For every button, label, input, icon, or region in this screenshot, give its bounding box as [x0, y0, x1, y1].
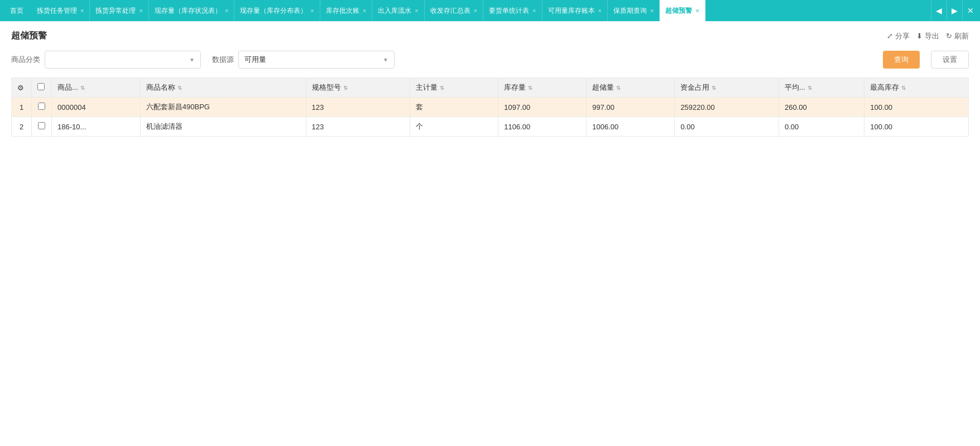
close-tab-lh-abnormal[interactable]: × [139, 7, 142, 14]
close-tab-stock-status[interactable]: × [225, 7, 228, 14]
row-spec: 123 [306, 117, 410, 137]
th-checkbox[interactable] [32, 78, 52, 98]
share-button[interactable]: ⤢ 分享 [887, 31, 910, 41]
category-label: 商品分类 [11, 55, 40, 65]
nav-home[interactable]: 首页 [2, 0, 31, 21]
th-spec[interactable]: 规格型号 ⇅ [306, 78, 410, 98]
datasource-chevron-icon: ▼ [383, 57, 388, 63]
close-tab-usable-account[interactable]: × [598, 7, 602, 14]
datasource-select-value: 可用量 [244, 55, 266, 65]
row-maxstock: 100.00 [864, 98, 969, 117]
row-index: 2 [12, 117, 32, 137]
page-container: 超储预警 ⤢ 分享 ⬇ 导出 ↻ 刷新 商品分类 ▼ 数据源 [0, 21, 980, 446]
close-tab-overstock[interactable]: × [695, 7, 699, 14]
sort-icon-spec: ⇅ [343, 85, 348, 91]
tab-lh-mgmt[interactable]: 拣货任务管理 × [31, 0, 90, 21]
filter-category: 商品分类 ▼ [11, 51, 201, 69]
row-overstock: 997.00 [587, 98, 675, 117]
tab-usable-account[interactable]: 可用量库存账本 × [542, 0, 608, 21]
header-actions: ⤢ 分享 ⬇ 导出 ↻ 刷新 [887, 31, 969, 41]
row-index: 1 [12, 98, 32, 117]
refresh-button[interactable]: ↻ 刷新 [946, 31, 969, 41]
refresh-icon: ↻ [946, 32, 952, 40]
nav-arrow-right[interactable]: ▶ [947, 0, 962, 21]
select-all-checkbox[interactable] [37, 83, 45, 90]
row-checkbox[interactable] [38, 122, 45, 129]
query-button[interactable]: 查询 [883, 51, 920, 69]
tab-collect[interactable]: 收发存汇总表 × [425, 0, 483, 21]
row-checkbox-cell[interactable] [32, 98, 52, 117]
th-maxstock[interactable]: 最高库存 ⇅ [864, 78, 969, 98]
share-icon: ⤢ [887, 32, 893, 40]
tab-stock-dist[interactable]: 现存量（库存分布表） × [234, 0, 320, 21]
row-unit: 套 [410, 98, 498, 117]
sort-icon-capital: ⇅ [712, 85, 716, 91]
close-tab-batch[interactable]: × [363, 7, 366, 14]
th-settings[interactable]: ⚙ [12, 78, 32, 98]
nav-arrow-left[interactable]: ◀ [931, 0, 947, 21]
filter-bar: 商品分类 ▼ 数据源 可用量 ▼ 查询 设置 [11, 51, 969, 69]
sort-icon-stock: ⇅ [528, 85, 532, 91]
row-checkbox-cell[interactable] [32, 117, 52, 137]
top-navigation: 首页 拣货任务管理 × 拣货异常处理 × 现存量（库存状况表） × 现存量（库存… [0, 0, 980, 21]
table-row: 1 0000004 六配套新昌490BPG 123 套 1097.00 997.… [12, 98, 969, 117]
row-maxstock: 100.00 [864, 117, 969, 137]
th-code[interactable]: 商品... ⇅ [52, 78, 141, 98]
settings-button[interactable]: 设置 [931, 51, 969, 69]
th-overstock[interactable]: 超储量 ⇅ [587, 78, 675, 98]
nav-arrows: ◀ ▶ ✕ [931, 0, 978, 21]
sort-icon-overstock: ⇅ [616, 85, 621, 91]
row-name: 六配套新昌490BPG [140, 98, 306, 117]
row-code: 186-10... [52, 117, 141, 137]
row-checkbox[interactable] [38, 103, 45, 110]
page-title: 超储预警 [11, 30, 47, 42]
tab-inout[interactable]: 出入库流水 × [372, 0, 424, 21]
tab-batch[interactable]: 库存批次账 × [320, 0, 372, 21]
th-stock[interactable]: 库存量 ⇅ [498, 78, 587, 98]
close-tab-inout[interactable]: × [415, 7, 418, 14]
category-select[interactable]: ▼ [45, 51, 201, 69]
row-avg: 0.00 [779, 117, 864, 137]
datasource-label: 数据源 [212, 55, 234, 65]
tab-expiry[interactable]: 保质期查询 × [608, 0, 660, 21]
sort-icon-unit: ⇅ [440, 85, 444, 91]
close-tab-order-stat[interactable]: × [532, 7, 536, 14]
tab-overstock[interactable]: 超储预警 × [660, 0, 705, 21]
category-chevron-icon: ▼ [189, 57, 195, 63]
gear-icon: ⚙ [17, 84, 24, 92]
sort-icon-name: ⇅ [177, 85, 182, 91]
row-capital: 0.00 [675, 117, 779, 137]
tab-order-stat[interactable]: 要货单统计表 × [483, 0, 542, 21]
page-header: 超储预警 ⤢ 分享 ⬇ 导出 ↻ 刷新 [11, 30, 969, 42]
row-capital: 259220.00 [675, 98, 779, 117]
filter-datasource: 数据源 可用量 ▼ [212, 51, 395, 69]
close-tab-lh-mgmt[interactable]: × [80, 7, 84, 14]
row-avg: 260.00 [779, 98, 864, 117]
close-tab-expiry[interactable]: × [650, 7, 654, 14]
row-stock: 1097.00 [498, 98, 587, 117]
th-name[interactable]: 商品名称 ⇅ [140, 78, 306, 98]
th-avg[interactable]: 平均... ⇅ [779, 78, 864, 98]
sort-icon-avg: ⇅ [808, 85, 812, 91]
close-tab-stock-dist[interactable]: × [310, 7, 314, 14]
close-tab-collect[interactable]: × [474, 7, 477, 14]
th-capital[interactable]: 资金占用 ⇅ [675, 78, 779, 98]
row-name: 机油滤清器 [140, 117, 306, 137]
th-unit[interactable]: 主计量 ⇅ [410, 78, 498, 98]
sort-icon-maxstock: ⇅ [901, 85, 906, 91]
nav-close[interactable]: ✕ [962, 0, 978, 21]
export-icon: ⬇ [916, 32, 923, 40]
sort-icon-code: ⇅ [80, 85, 85, 91]
row-stock: 1106.00 [498, 117, 587, 137]
row-code: 0000004 [52, 98, 141, 117]
table-row: 2 186-10... 机油滤清器 123 个 1106.00 1006.00 … [12, 117, 969, 137]
tab-stock-status[interactable]: 现存量（库存状况表） × [149, 0, 234, 21]
export-button[interactable]: ⬇ 导出 [916, 31, 939, 41]
row-overstock: 1006.00 [587, 117, 675, 137]
datasource-select[interactable]: 可用量 ▼ [238, 51, 395, 69]
row-spec: 123 [306, 98, 410, 117]
tab-lh-abnormal[interactable]: 拣货异常处理 × [90, 0, 148, 21]
data-table: ⚙ 商品... ⇅ 商品名称 ⇅ [11, 77, 969, 137]
row-unit: 个 [410, 117, 498, 137]
